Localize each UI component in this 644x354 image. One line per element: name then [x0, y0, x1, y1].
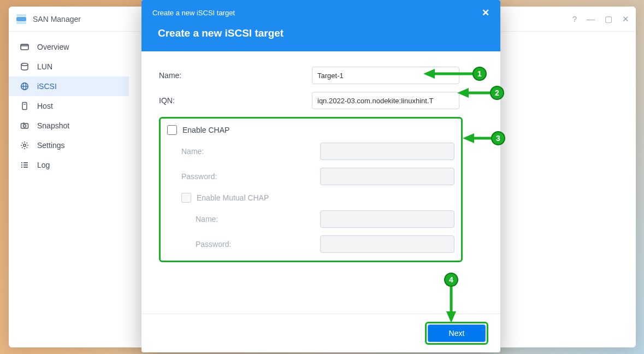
close-window-icon[interactable]: ✕	[622, 14, 629, 24]
mutual-name-label: Name:	[196, 215, 320, 223]
sidebar-item-label: Overview	[37, 43, 69, 51]
iqn-input[interactable]	[312, 92, 459, 109]
chap-password-input	[320, 168, 454, 185]
next-button-highlight: Next	[425, 322, 488, 345]
globe-icon	[20, 82, 29, 91]
dialog-body: Name: IQN: Enable CHAP Name: Password: E…	[141, 51, 500, 314]
enable-chap-checkbox[interactable]	[167, 125, 177, 135]
svg-rect-0	[16, 17, 26, 21]
enable-mutual-chap-label: Enable Mutual CHAP	[197, 193, 269, 202]
database-icon	[20, 62, 29, 71]
dialog-header: Create a new iSCSI target ✕ Create a new…	[141, 0, 500, 51]
svg-point-12	[23, 125, 26, 127]
svg-rect-13	[23, 123, 25, 124]
chap-password-label: Password:	[181, 172, 320, 181]
sidebar-item-label: Settings	[37, 141, 65, 150]
next-button[interactable]: Next	[428, 324, 486, 342]
sidebar-item-label: LUN	[37, 62, 52, 71]
sidebar-item-iscsi[interactable]: iSCSI	[9, 76, 129, 96]
sidebar-item-snapshot[interactable]: Snapshot	[9, 116, 129, 135]
mutual-password-label: Password:	[196, 240, 320, 249]
san-manager-icon	[15, 13, 27, 25]
help-icon[interactable]: ?	[572, 14, 577, 24]
svg-rect-2	[16, 22, 26, 24]
gear-icon	[20, 141, 29, 150]
svg-rect-9	[22, 103, 27, 110]
svg-rect-4	[21, 44, 28, 46]
mutual-name-input	[320, 210, 454, 228]
sidebar-item-label: Snapshot	[37, 121, 69, 130]
svg-point-14	[23, 144, 26, 147]
chap-name-input	[320, 143, 454, 160]
svg-rect-1	[16, 14, 26, 16]
sidebar-item-lun[interactable]: LUN	[9, 57, 129, 76]
minimize-icon[interactable]: —	[587, 14, 595, 24]
camera-icon	[20, 121, 29, 130]
sidebar-item-settings[interactable]: Settings	[9, 135, 129, 155]
log-icon	[20, 161, 29, 169]
sidebar-item-label: iSCSI	[37, 82, 57, 91]
dialog-footer: Next	[141, 314, 500, 352]
dialog-title: Create a new iSCSI target	[152, 27, 489, 51]
host-icon	[20, 102, 29, 110]
chap-section: Enable CHAP Name: Password: Enable Mutua…	[159, 117, 463, 262]
sidebar-item-overview[interactable]: Overview	[9, 37, 129, 57]
enable-mutual-chap-checkbox	[181, 193, 191, 203]
dashboard-icon	[20, 43, 29, 51]
maximize-icon[interactable]: ▢	[605, 14, 612, 24]
close-icon[interactable]: ✕	[482, 7, 489, 19]
mutual-password-input	[320, 235, 454, 253]
iqn-label: IQN:	[159, 96, 312, 105]
name-input[interactable]	[312, 67, 459, 84]
dialog-subtitle: Create a new iSCSI target	[152, 9, 235, 17]
create-iscsi-target-dialog: Create a new iSCSI target ✕ Create a new…	[141, 0, 500, 352]
svg-point-5	[21, 63, 28, 66]
sidebar-item-log[interactable]: Log	[9, 155, 129, 175]
sidebar: Overview LUN iSCSI Host Snapshot Setting…	[9, 32, 129, 347]
sidebar-item-label: Host	[37, 102, 53, 110]
chap-name-label: Name:	[181, 147, 320, 156]
sidebar-item-host[interactable]: Host	[9, 96, 129, 116]
sidebar-item-label: Log	[37, 161, 50, 169]
name-label: Name:	[159, 71, 312, 80]
app-title: SAN Manager	[33, 15, 81, 23]
enable-chap-label: Enable CHAP	[182, 126, 229, 134]
